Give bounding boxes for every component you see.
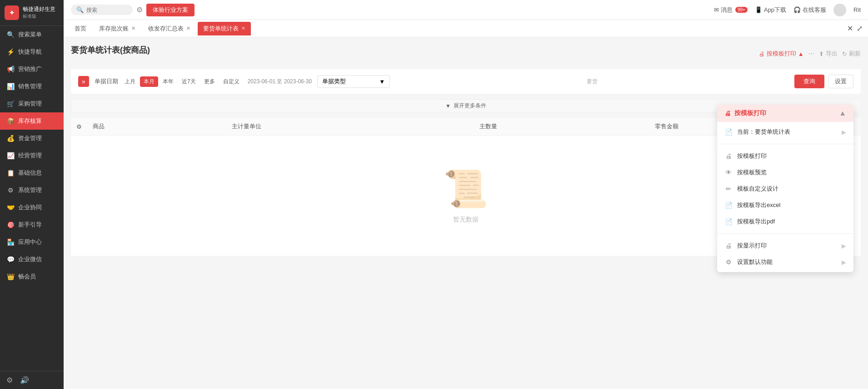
date-btn-custom[interactable]: 自定义 <box>219 76 243 87</box>
sidebar-label-basic: 基础信息 <box>18 169 42 177</box>
sidebar-item-member[interactable]: 👑畅会员 <box>0 268 64 285</box>
dropdown-label-template_preview: 按模板预览 <box>737 168 767 177</box>
th-unit: 主计量单位 <box>226 118 474 136</box>
sidebar-item-marketing[interactable]: 📢营销推广 <box>0 61 64 78</box>
download-icon: 📱 <box>755 6 762 13</box>
topbar-settings-icon[interactable]: ⚙ <box>136 5 143 14</box>
th-settings[interactable]: ⚙ <box>71 118 87 136</box>
search-input[interactable] <box>86 7 127 13</box>
tab-close-order_summary[interactable]: ✕ <box>241 25 245 31</box>
export-btn[interactable]: ⬆ 导出 <box>819 50 838 58</box>
topbar: 🔍 ⚙ 体验行业方案 ✉ 消息 99+ 📱 App下载 🎧 在线客服 Rit <box>64 0 868 20</box>
sidebar-item-guide[interactable]: 🎯新手引导 <box>0 216 64 233</box>
filter-bar: » 单据日期 上月本月本年近7天更多自定义 2023-06-01 至 2023-… <box>71 69 861 94</box>
online-service-item[interactable]: 🎧 在线客服 <box>793 6 826 14</box>
date-btn-last7days[interactable]: 近7天 <box>178 76 200 87</box>
sidebar-icon-wechat: 💬 <box>6 255 15 263</box>
sidebar-label-member: 畅会员 <box>18 273 36 281</box>
expand-more-label: 展开更多条件 <box>454 102 486 110</box>
sidebar-bottom: ⚙ 🔊 <box>0 371 64 389</box>
sidebar: ✦ 畅捷通好生意 标准版 🔍搜索菜单⚡快捷导航📢营销推广📊销售管理🛒采购管理📦库… <box>0 0 64 389</box>
sidebar-item-inventory[interactable]: 📦库存核算 <box>0 112 64 130</box>
sidebar-icon-system: ⚙ <box>6 186 15 194</box>
expand-tab-btn[interactable]: ⤢ <box>857 24 863 33</box>
expand-more-icon: ▼ <box>445 103 451 109</box>
date-btn-this_year[interactable]: 本年 <box>159 76 177 87</box>
tab-order_summary[interactable]: 要货单统计表✕ <box>198 22 251 35</box>
dropdown-header: 🖨 按模板打印 ▲ <box>717 105 853 122</box>
sidebar-item-wechat[interactable]: 💬企业微信 <box>0 251 64 268</box>
tab-home[interactable]: 首页 <box>69 22 92 35</box>
sidebar-label-system: 系统管理 <box>18 186 42 194</box>
dropdown-section-set_default[interactable]: ⚙设置默认功能▶ <box>717 254 853 270</box>
service-icon: 🎧 <box>793 6 801 13</box>
settings-btn[interactable]: 设置 <box>828 75 853 88</box>
message-item[interactable]: ✉ 消息 99+ <box>714 6 748 14</box>
sidebar-item-shortcut[interactable]: ⚡快捷导航 <box>0 43 64 61</box>
filter-expand-btn[interactable]: » <box>78 76 89 87</box>
query-btn[interactable]: 查询 <box>794 75 824 88</box>
sound-bottom-icon[interactable]: 🔊 <box>20 376 29 384</box>
dropdown-icon-template_export_excel: 📄 <box>724 201 733 209</box>
order-type-select[interactable]: 单据类型 ▼ <box>317 75 390 88</box>
tab-close-batch[interactable]: ✕ <box>131 25 135 31</box>
settings-bottom-icon[interactable]: ⚙ <box>6 376 13 384</box>
close-tab-btn[interactable]: ✕ <box>847 24 853 33</box>
dropdown-item-template_preview[interactable]: 👁按模板预览 <box>717 164 853 181</box>
tab-close-receipt_summary[interactable]: ✕ <box>186 25 190 31</box>
dropdown-item-template_print[interactable]: 🖨按模板打印 <box>717 148 853 164</box>
sidebar-item-basic[interactable]: 📋基础信息 <box>0 164 64 182</box>
search-box[interactable]: 🔍 <box>71 5 133 15</box>
tab-receipt_summary[interactable]: 收发存汇总表✕ <box>143 22 196 35</box>
content-area: 要货单统计表(按商品) 🖨 按模板打印 ▲ ··· ⬆ 导出 ↻ 刷新 <box>64 37 868 389</box>
user-avatar[interactable] <box>833 4 846 16</box>
topbar-left: 🔍 ⚙ 体验行业方案 <box>71 4 195 16</box>
topbar-right: ✉ 消息 99+ 📱 App下载 🎧 在线客服 Rit <box>714 4 861 16</box>
sidebar-icon-marketing: 📢 <box>6 65 15 73</box>
sidebar-icon-inventory: 📦 <box>6 117 15 125</box>
dropdown-sec-icon-set_default: ⚙ <box>724 258 733 266</box>
dropdown-item-template_export_excel[interactable]: 📄按模板导出excel <box>717 197 853 213</box>
print-template-btn[interactable]: 🖨 按模板打印 ▲ <box>759 50 804 58</box>
date-btn-this_month[interactable]: 本月 <box>140 76 158 87</box>
dropdown-label-template_export_pdf: 按模板导出pdf <box>737 217 775 226</box>
dropdown-close-btn[interactable]: ▲ <box>839 109 846 117</box>
chevron-up-icon: ▲ <box>798 51 804 57</box>
dropdown-item-template_export_pdf[interactable]: 📄按模板导出pdf <box>717 213 853 230</box>
industry-btn[interactable]: 体验行业方案 <box>146 4 195 16</box>
dropdown-item-template_design[interactable]: ✏模板自定义设计 <box>717 181 853 197</box>
message-icon: ✉ <box>714 6 719 13</box>
export-icon: ⬆ <box>819 51 824 57</box>
dropdown-section-current: 📄 当前：要货单统计表 ▶ <box>717 122 853 142</box>
app-download-item[interactable]: 📱 App下载 <box>755 6 786 14</box>
sidebar-icon-operation: 📈 <box>6 152 15 160</box>
dropdown-section-display_print[interactable]: 🖨按显示打印▶ <box>717 237 853 254</box>
sidebar-label-apps: 应用中心 <box>18 238 42 246</box>
sidebar-icon-basic: 📋 <box>6 169 15 177</box>
current-template-label: 当前：要货单统计表 <box>737 128 790 136</box>
sidebar-item-apps[interactable]: 🏪应用中心 <box>0 233 64 251</box>
sidebar-item-sales[interactable]: 📊销售管理 <box>0 78 64 95</box>
sidebar-item-system[interactable]: ⚙系统管理 <box>0 182 64 199</box>
tab-batch[interactable]: 库存批次账✕ <box>94 22 141 35</box>
app-download-label: App下载 <box>764 6 786 14</box>
refresh-btn[interactable]: ↻ 刷新 <box>842 50 861 58</box>
dropdown-label-template_design: 模板自定义设计 <box>737 185 778 193</box>
message-label: 消息 <box>721 6 733 14</box>
sidebar-label-shortcut: 快捷导航 <box>18 48 42 56</box>
sidebar-item-enterprise[interactable]: 🤝企业协同 <box>0 199 64 216</box>
sidebar-label-wechat: 企业微信 <box>18 255 42 263</box>
dropdown-sec-chevron-set_default: ▶ <box>842 259 846 266</box>
date-btn-more[interactable]: 更多 <box>200 76 219 87</box>
dropdown-panel: 🖨 按模板打印 ▲ 📄 当前：要货单统计表 ▶ 🖨按模板打印👁按模板预览✏模板自… <box>717 105 853 272</box>
sidebar-icon-finance: 💰 <box>6 134 15 142</box>
sidebar-item-finance[interactable]: 💰资金管理 <box>0 130 64 147</box>
current-template-item[interactable]: 📄 当前：要货单统计表 ▶ <box>717 124 853 140</box>
sidebar-item-search[interactable]: 🔍搜索菜单 <box>0 26 64 43</box>
more-icon[interactable]: ··· <box>808 50 814 58</box>
date-btn-last_month[interactable]: 上月 <box>121 76 139 87</box>
sidebar-item-operation[interactable]: 📈经营管理 <box>0 147 64 164</box>
sidebar-item-purchase[interactable]: 🛒采购管理 <box>0 95 64 112</box>
app-logo-icon: ✦ <box>5 5 19 20</box>
sidebar-scroll: 🔍搜索菜单⚡快捷导航📢营销推广📊销售管理🛒采购管理📦库存核算💰资金管理📈经营管理… <box>0 26 64 371</box>
